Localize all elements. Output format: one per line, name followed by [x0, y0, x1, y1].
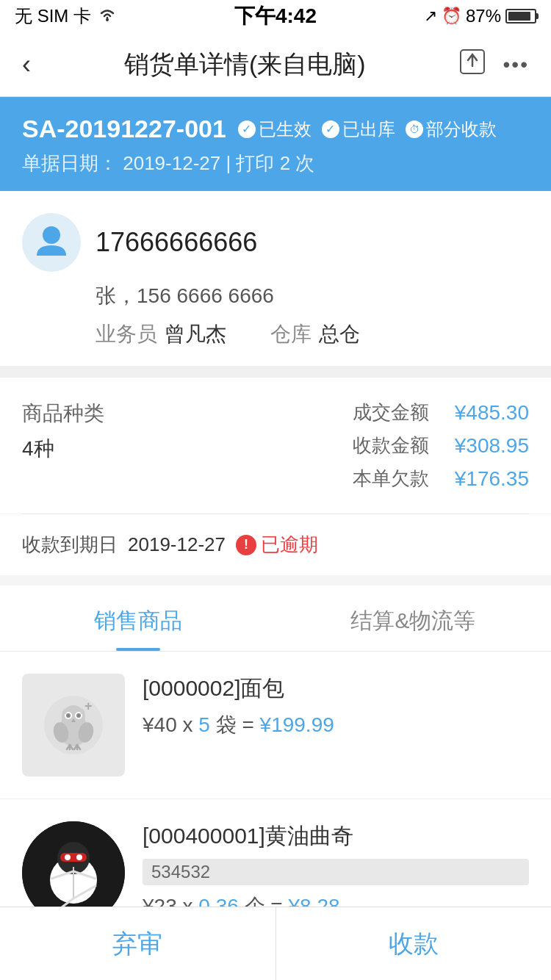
- badge-active: ✓ 已生效: [238, 118, 311, 141]
- collected-value: ¥308.95: [441, 434, 529, 458]
- svg-rect-25: [60, 853, 87, 862]
- collected-label: 收款金额: [353, 433, 429, 458]
- transaction-row: 成交金额 ¥485.30: [353, 400, 529, 425]
- summary-section: 商品种类 4种 成交金额 ¥485.30 收款金额 ¥308.95 本单欠款 ¥…: [0, 378, 551, 514]
- tab-products[interactable]: 销售商品: [0, 586, 276, 651]
- badge-shipped-label: 已出库: [342, 118, 395, 141]
- status-left: 无 SIM 卡: [15, 4, 118, 28]
- svg-point-26: [65, 854, 71, 860]
- divider-1: [0, 366, 551, 378]
- date-label: 单据日期：: [22, 152, 118, 174]
- product-name-2: [000400001]黄油曲奇: [143, 821, 529, 851]
- product-total-1: ¥199.99: [260, 713, 334, 736]
- nav-actions: •••: [459, 48, 529, 81]
- product-qty-1: 5: [198, 713, 210, 736]
- product-item: + [0000002]面包 ¥40 x 5 袋 = ¥199.99: [0, 652, 551, 799]
- collected-row: 收款金额 ¥308.95: [353, 433, 529, 458]
- svg-point-0: [106, 18, 109, 21]
- order-id: SA-20191227-001: [22, 115, 226, 143]
- summary-right: 成交金额 ¥485.30 收款金额 ¥308.95 本单欠款 ¥176.35: [353, 400, 529, 491]
- product-unit-1: 袋: [216, 713, 237, 736]
- products-list: + [0000002]面包 ¥40 x 5 袋 = ¥199.99: [0, 652, 551, 947]
- customer-contact: 张，156 6666 6666: [96, 282, 274, 310]
- customer-name: 17666666666: [96, 227, 257, 258]
- clock-icon: ⏱: [406, 120, 423, 138]
- badge-active-label: 已生效: [259, 118, 311, 141]
- bottom-bar: 弃审 收款: [0, 907, 551, 980]
- order-date-row: 单据日期： 2019-12-27 | 打印 2 次: [22, 151, 529, 176]
- alarm-icon: ⏰: [442, 7, 461, 26]
- status-bar: 无 SIM 卡 下午4:42 ↗ ⏰ 87%: [0, 0, 551, 32]
- warehouse-name: 总仓: [319, 320, 360, 348]
- staff-row: 业务员 曾凡杰 仓库 总仓: [22, 320, 529, 348]
- overdue-icon: !: [236, 535, 256, 555]
- badge-partial-label: 部分收款: [426, 118, 497, 141]
- thumb-placeholder-1: +: [22, 674, 125, 777]
- print-label: | 打印: [226, 152, 274, 174]
- product-multiply-1: x: [183, 713, 199, 736]
- nav-bar: ‹ 销货单详情(来自电脑) •••: [0, 32, 551, 97]
- customer-info-row: 张，156 6666 6666: [22, 282, 529, 310]
- check-icon-1: ✓: [238, 120, 256, 138]
- transaction-value: ¥485.30: [441, 401, 529, 425]
- product-types-value: 4种: [22, 435, 104, 463]
- due-section: 收款到期日 2019-12-27 ! 已逾期: [0, 514, 551, 575]
- owed-row: 本单欠款 ¥176.35: [353, 466, 529, 491]
- cancel-button[interactable]: 弃审: [0, 907, 276, 980]
- product-thumb-1: +: [22, 674, 125, 777]
- owed-value: ¥176.35: [441, 467, 529, 491]
- share-icon[interactable]: [459, 48, 486, 81]
- more-icon[interactable]: •••: [503, 53, 529, 76]
- avatar-icon: [33, 220, 70, 265]
- warehouse-label: 仓库: [270, 320, 311, 348]
- product-equals-1: =: [242, 713, 259, 736]
- page-title: 销货单详情(来自电脑): [124, 48, 366, 82]
- battery-percent: 87%: [466, 6, 501, 26]
- product-price-1: ¥40: [143, 713, 177, 736]
- order-date: 2019-12-27: [123, 152, 220, 174]
- svg-point-2: [43, 226, 60, 244]
- tab-settlement[interactable]: 结算&物流等: [276, 586, 551, 651]
- staff-name: 曾凡杰: [165, 320, 226, 348]
- warehouse-item: 仓库 总仓: [270, 320, 360, 348]
- order-id-row: SA-20191227-001 ✓ 已生效 ✓ 已出库 ⏱ 部分收款: [22, 115, 529, 143]
- tab-products-label: 销售商品: [94, 608, 182, 633]
- collect-button[interactable]: 收款: [276, 907, 552, 980]
- overdue-text: 已逾期: [261, 532, 318, 558]
- status-time: 下午4:42: [234, 2, 317, 30]
- customer-row: 17666666666: [22, 213, 529, 272]
- cancel-label: 弃审: [112, 927, 162, 961]
- transaction-label: 成交金额: [353, 400, 429, 425]
- wifi-icon: [97, 6, 118, 26]
- staff-item: 业务员 曾凡杰: [96, 320, 226, 348]
- svg-text:+: +: [84, 699, 93, 713]
- customer-section: 17666666666 张，156 6666 6666 业务员 曾凡杰 仓库 总…: [0, 191, 551, 366]
- carrier-text: 无 SIM 卡: [15, 4, 91, 28]
- badge-partial: ⏱ 部分收款: [406, 118, 497, 141]
- svg-point-27: [76, 854, 82, 860]
- owed-label: 本单欠款: [353, 466, 429, 491]
- tabs-container: 销售商品 结算&物流等: [0, 586, 551, 652]
- overdue-badge: ! 已逾期: [236, 532, 318, 558]
- status-right: ↗ ⏰ 87%: [424, 6, 536, 26]
- product-sku-tag: 534532: [143, 859, 529, 885]
- location-icon: ↗: [424, 7, 437, 26]
- back-button[interactable]: ‹: [22, 49, 31, 80]
- due-date: 2019-12-27: [128, 533, 226, 556]
- product-info-2: [000400001]黄油曲奇 534532 ¥23 x 0.36 个 = ¥8…: [143, 821, 529, 920]
- summary-left: 商品种类 4种: [22, 400, 104, 463]
- product-info-1: [0000002]面包 ¥40 x 5 袋 = ¥199.99: [143, 674, 529, 739]
- avatar: [22, 213, 81, 272]
- staff-label: 业务员: [96, 320, 157, 348]
- due-label: 收款到期日: [22, 532, 118, 558]
- print-count: 2: [280, 152, 290, 174]
- status-badges: ✓ 已生效 ✓ 已出库 ⏱ 部分收款: [238, 118, 497, 141]
- product-types-label: 商品种类: [22, 400, 104, 428]
- product-price-row-1: ¥40 x 5 袋 = ¥199.99: [143, 711, 529, 739]
- order-header-banner: SA-20191227-001 ✓ 已生效 ✓ 已出库 ⏱ 部分收款 单据日期：…: [0, 97, 551, 191]
- collect-label: 收款: [389, 927, 439, 961]
- battery-indicator: [505, 9, 536, 24]
- tab-settlement-label: 结算&物流等: [350, 608, 475, 633]
- print-suffix: 次: [295, 152, 314, 174]
- check-icon-2: ✓: [322, 120, 339, 138]
